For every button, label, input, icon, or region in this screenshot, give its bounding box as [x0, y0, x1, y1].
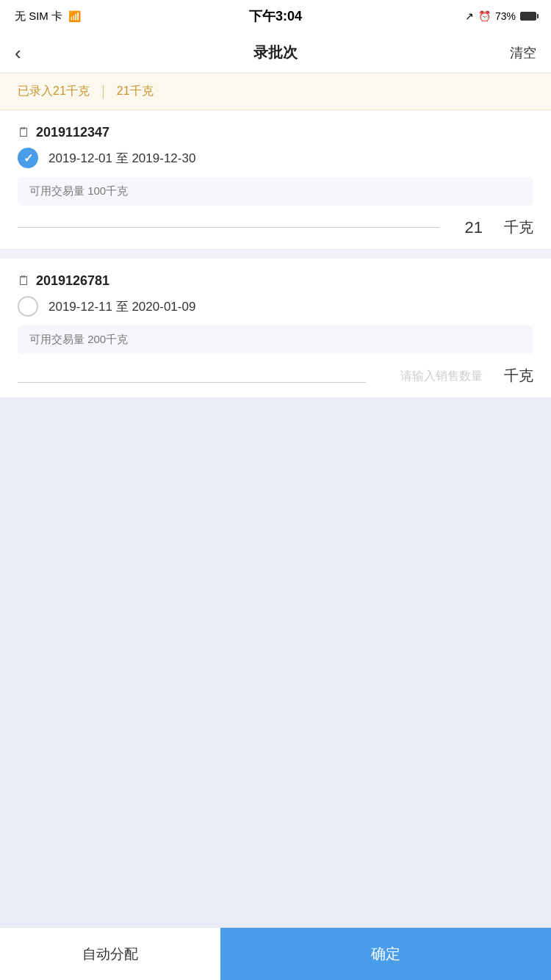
batch-qty-text-1: 可用交易量 100千克: [29, 184, 128, 197]
batch-card-1: 🗒 2019112347 2019-12-01 至 2019-12-30 可用交…: [0, 110, 551, 250]
batch-icon-1: 🗒: [18, 126, 30, 140]
batch-card-2: 🗒 2019126781 2019-12-11 至 2020-01-09 可用交…: [0, 259, 551, 397]
batch-header-1: 🗒 2019112347: [18, 125, 533, 140]
status-right: ↗ ⏰ 73%: [465, 10, 536, 22]
batch-qty-text-2: 可用交易量 200千克: [29, 333, 128, 345]
batch-date-row-2: 2019-12-11 至 2020-01-09: [18, 296, 533, 317]
batch-id-2: 2019126781: [36, 273, 109, 289]
battery-percent: 73%: [495, 10, 516, 22]
recorded-label: 已录入21千克: [18, 84, 90, 99]
back-button[interactable]: ‹: [15, 43, 21, 62]
auto-distribute-button[interactable]: 自动分配: [0, 928, 220, 980]
empty-area: [0, 397, 551, 927]
radio-1[interactable]: [18, 148, 38, 168]
clear-button[interactable]: 清空: [510, 44, 536, 62]
qty-input-1[interactable]: [450, 218, 494, 237]
batch-item-2: 🗒 2019126781 2019-12-11 至 2020-01-09 可用交…: [0, 259, 551, 354]
confirm-button[interactable]: 确定: [220, 928, 551, 980]
carrier-label: 无 SIM 卡: [15, 10, 62, 24]
batch-date-1: 2019-12-01 至 2019-12-30: [48, 150, 195, 167]
status-time: 下午3:04: [249, 7, 302, 25]
content-area: 已录入21千克 21千克 🗒 2019112347 2019-12-01 至 2…: [0, 73, 551, 980]
section-gap: [0, 250, 551, 259]
batch-qty-row-2: 可用交易量 200千克: [18, 325, 533, 354]
qty-input-2[interactable]: [376, 370, 494, 383]
batch-id-1: 2019112347: [36, 125, 109, 140]
battery-icon: [520, 12, 536, 21]
radio-2[interactable]: [18, 296, 38, 317]
location-icon: ↗: [465, 10, 474, 22]
alarm-icon: ⏰: [478, 10, 491, 22]
batch-date-row-1: 2019-12-01 至 2019-12-30: [18, 148, 533, 168]
info-banner: 已录入21千克 21千克: [0, 73, 551, 110]
status-left: 无 SIM 卡 📶: [15, 10, 81, 24]
qty-unit-2: 千克: [504, 366, 533, 386]
batch-item-1: 🗒 2019112347 2019-12-01 至 2019-12-30 可用交…: [0, 110, 551, 206]
batch-header-2: 🗒 2019126781: [18, 273, 533, 289]
batch-qty-row-1: 可用交易量 100千克: [18, 177, 533, 206]
batch-icon-2: 🗒: [18, 274, 30, 289]
batch-date-2: 2019-12-11 至 2020-01-09: [48, 298, 195, 315]
qty-unit-1: 千克: [504, 217, 533, 237]
status-bar: 无 SIM 卡 📶 下午3:04 ↗ ⏰ 73%: [0, 0, 551, 32]
nav-bar: ‹ 录批次 清空: [0, 32, 551, 73]
page-title: 录批次: [253, 43, 298, 62]
input-row-2: 千克: [0, 354, 551, 397]
info-divider: [103, 85, 104, 98]
input-row-1: 千克: [0, 206, 551, 250]
bottom-bar: 自动分配 确定: [0, 927, 551, 980]
wifi-icon: 📶: [68, 10, 81, 22]
info-amount: 21千克: [117, 84, 154, 99]
